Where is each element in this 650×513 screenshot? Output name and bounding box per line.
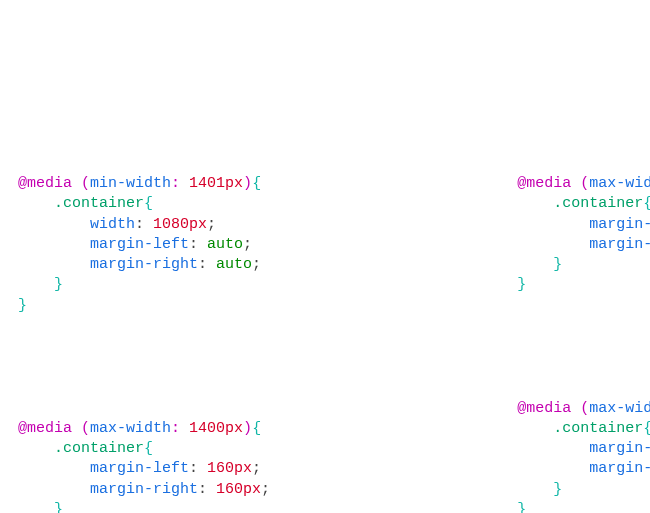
at-rule: @media (18, 175, 72, 192)
at-rule: @media (517, 400, 571, 417)
css-prop: margin-right (589, 460, 650, 477)
css-value: 1080px (153, 216, 207, 233)
media-feature: max-width (589, 400, 650, 417)
media-block: @media (max-width: 500px){ .container{ m… (517, 399, 650, 514)
css-value: 160px (207, 460, 252, 477)
media-value: 1401px (189, 175, 243, 192)
css-prop: margin-right (90, 481, 198, 498)
at-rule: @media (18, 420, 72, 437)
media-block: @media (max-width: 1400px){ .container{ … (18, 419, 477, 513)
css-prop: margin-left (589, 440, 650, 457)
css-value: 160px (216, 481, 261, 498)
media-feature: min-width (90, 175, 171, 192)
css-prop: margin-right (90, 256, 198, 273)
media-feature: max-width (90, 420, 171, 437)
css-prop: margin-left (90, 236, 189, 253)
code-col-right: @media (max-width: 1024px){ .container{ … (517, 93, 650, 513)
selector: .container (553, 420, 643, 437)
code-columns: @media (min-width: 1401px){ .container{ … (18, 93, 632, 513)
media-block: @media (max-width: 1024px){ .container{ … (517, 174, 650, 296)
media-value: 1400px (189, 420, 243, 437)
media-block: @media (min-width: 1401px){ .container{ … (18, 174, 477, 316)
css-prop: width (90, 216, 135, 233)
css-prop: margin-right (589, 236, 650, 253)
css-value: auto (207, 236, 243, 253)
media-feature: max-width (589, 175, 650, 192)
selector: .container (553, 195, 643, 212)
css-prop: margin-left (589, 216, 650, 233)
code-col-left: @media (min-width: 1401px){ .container{ … (18, 93, 477, 513)
css-value: auto (216, 256, 252, 273)
css-prop: margin-left (90, 460, 189, 477)
at-rule: @media (517, 175, 571, 192)
selector: .container (54, 440, 144, 457)
selector: .container (54, 195, 144, 212)
